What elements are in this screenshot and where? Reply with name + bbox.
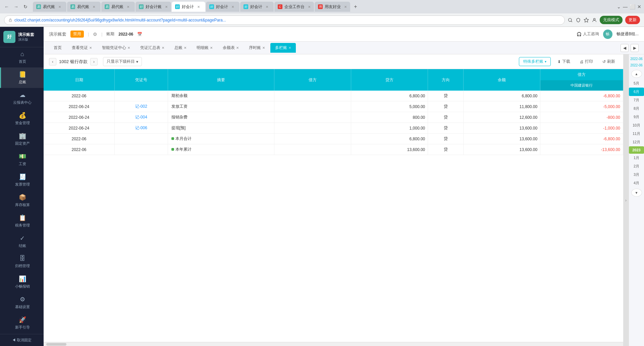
tab-close-5[interactable]: ✕ [231,5,234,9]
sidebar-item-tax[interactable]: 📋 税务管理 [0,211,44,231]
search-icon[interactable] [568,17,573,23]
download-button[interactable]: ⬇ 下载 [555,57,573,66]
right-panel-month-7[interactable]: 7月 [629,96,644,104]
tab-close-7[interactable]: ✕ [308,5,311,9]
gear-icon[interactable]: ⚙ [93,32,97,37]
profile-icon[interactable] [592,17,597,23]
filter-dropdown[interactable]: 只显示下级科目 ▾ [103,57,142,66]
sidebar-unpin-button[interactable]: ◀ 取消固定 [0,334,44,346]
sidebar-item-close[interactable]: ✓ 结账 [0,231,44,252]
cell-voucher[interactable]: 记-004 [115,112,168,123]
tab-multi-col[interactable]: 多栏账 ✕ [270,43,296,53]
browser-tab-8[interactable]: 用 用友好业 ✕ [315,2,350,12]
back-button[interactable]: ← [3,3,11,11]
minimize-button[interactable]: — [623,4,628,9]
collapse-right-button[interactable]: ▶ [631,44,639,52]
tab-balance-close[interactable]: ✕ [236,46,239,50]
scroll-thumb[interactable] [46,343,66,346]
right-panel-year-2023[interactable]: 2023 [629,146,644,154]
tab-voucher-summary-close[interactable]: ✕ [162,46,164,50]
no-trace-button[interactable]: 无痕模式 [600,16,623,24]
right-panel-month-4[interactable]: 4月 [629,179,644,187]
forward-button[interactable]: → [12,3,20,11]
right-panel-month-5[interactable]: 5月 [629,79,644,88]
tab-general-ledger-close[interactable]: ✕ [184,46,186,50]
right-panel-month-11[interactable]: 11月 [629,130,644,138]
right-panel-month-6[interactable]: 6月 [629,88,644,96]
right-panel-scroll-down[interactable]: ▼ [631,189,642,197]
tab-multi-col-close[interactable]: ✕ [288,46,291,50]
close-window-button[interactable]: ✕ [637,4,641,9]
sidebar-item-settings[interactable]: ⚙ 基础设置 [0,292,44,313]
right-panel-month-9[interactable]: 9月 [629,113,644,121]
prev-account-button[interactable]: ‹ [49,58,56,65]
sidebar-item-salary[interactable]: 💵 工资 [0,149,44,170]
sidebar-item-assets[interactable]: 🏢 固定资产 [0,129,44,149]
cell-voucher[interactable]: 记-006 [115,123,168,134]
sidebar-item-funds[interactable]: 💰 资金管理 [0,108,44,129]
tab-list-button[interactable]: ⌄ [617,4,621,9]
tab-general-ledger[interactable]: 总账 ✕ [170,43,191,53]
sidebar-item-guide[interactable]: 🚀 新手引导 [0,313,44,333]
maximize-button[interactable]: ⬜ [630,4,635,9]
tab-close-3[interactable]: ✕ [165,5,168,9]
right-panel-month-3[interactable]: 3月 [629,170,644,179]
user-avatar: 畅 [603,30,612,39]
browser-tab-6[interactable]: 好 好会计 ✕ [240,2,274,12]
tab-close-4[interactable]: ✕ [197,5,200,9]
tab-smart-voucher[interactable]: 智能凭证中心 ✕ [97,43,135,53]
next-account-button[interactable]: › [90,58,98,65]
multi-col-button[interactable]: 特殊多栏账 ▾ [519,57,551,66]
tab-smart-voucher-close[interactable]: ✕ [127,46,130,50]
calendar-icon[interactable]: 📅 [137,32,142,37]
browser-tab-4[interactable]: 好 好会计 ✕ [172,2,205,12]
tab-detail-ledger[interactable]: 明细账 ✕ [192,43,217,53]
tab-sequence-close[interactable]: ✕ [262,46,265,50]
tab-home[interactable]: 首页 [49,43,66,53]
right-panel-month-12[interactable]: 12月 [629,138,644,146]
right-panel-month-8[interactable]: 8月 [629,104,644,113]
right-panel-scroll-up[interactable]: ▲ [631,70,642,78]
update-button[interactable]: 更新 [625,16,640,24]
right-panel-month-1[interactable]: 1月 [629,154,644,162]
tab-close-1[interactable]: ✕ [93,5,95,9]
tab-balance[interactable]: 余额表 ✕ [218,43,244,53]
tab-close-6[interactable]: ✕ [266,5,268,9]
panel-toggle[interactable]: › [623,54,629,346]
sidebar-item-expense[interactable]: 📊 小畅报销 [0,272,44,292]
shield-icon[interactable] [576,17,581,23]
browser-tab-1[interactable]: 易 易代账 ✕ [67,2,101,12]
browser-tab-0[interactable]: 易 易代账 ✕ [33,2,66,12]
browser-tab-3[interactable]: 好 好会计账 ✕ [136,2,171,12]
tab-voucher-view[interactable]: 查看凭证 ✕ [67,43,97,53]
tab-close-8[interactable]: ✕ [344,5,347,9]
tab-voucher-view-close[interactable]: ✕ [89,46,92,50]
address-bar[interactable]: cloud2.chanjet.com/accounting/uh26t264j5… [4,15,565,25]
collapse-left-button[interactable]: ◀ [621,44,629,52]
sidebar-item-inventory[interactable]: 📦 库存核算 [0,190,44,211]
star-icon[interactable] [584,17,589,23]
tab-sequence[interactable]: 序时账 ✕ [244,43,270,53]
new-tab-button[interactable]: + [351,2,360,11]
tab-voucher-summary[interactable]: 凭证汇总表 ✕ [136,43,169,53]
browser-tab-7[interactable]: C 企业工作台 ✕ [274,2,314,12]
right-panel-month-2[interactable]: 2月 [629,162,644,170]
sidebar-item-reports[interactable]: ☁ 云报表中心 [0,88,44,108]
sidebar-item-home[interactable]: ⌂ 首页 [0,47,44,67]
bottom-scrollbar[interactable] [44,342,623,346]
right-panel-month-10[interactable]: 10月 [629,121,644,130]
cell-voucher[interactable]: 记-002 [115,101,168,112]
refresh-button[interactable]: ↺ 刷新 [600,57,618,66]
sidebar-item-invoice[interactable]: 🧾 发票管理 [0,170,44,190]
print-button[interactable]: 🖨 打印 [577,57,596,66]
browser-tab-2[interactable]: 易 易代账 ✕ [101,2,135,12]
tab-favicon-6: 好 [244,4,248,9]
sidebar-item-archive[interactable]: 🗄 归档管理 [0,252,44,272]
reload-button[interactable]: ↻ [21,3,30,11]
sidebar-item-ledger[interactable]: 📒 总账 [0,67,44,88]
browser-tab-5[interactable]: 好 好会计 ✕ [206,2,239,12]
service-button[interactable]: 🎧 人工咨询 [577,31,599,37]
tab-detail-ledger-close[interactable]: ✕ [210,46,213,50]
tab-close-0[interactable]: ✕ [58,5,61,9]
tab-close-2[interactable]: ✕ [127,5,129,9]
